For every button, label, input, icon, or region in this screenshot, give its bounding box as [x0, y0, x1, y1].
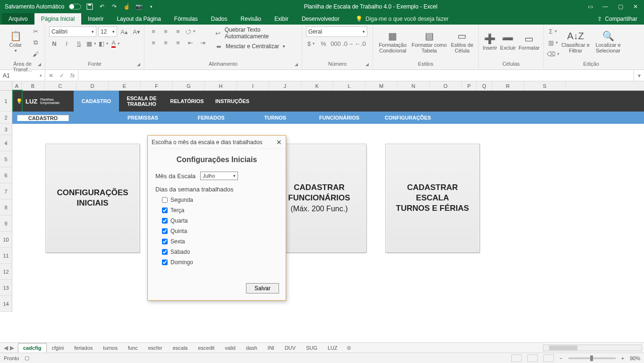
- sheet-tab-func[interactable]: func: [123, 343, 143, 353]
- align-center-icon[interactable]: ≡: [161, 38, 171, 47]
- formula-input[interactable]: [78, 70, 634, 81]
- col-header-K[interactable]: K: [301, 81, 333, 90]
- sort-filter-button[interactable]: A↓ZClassificar e Filtrar: [561, 26, 590, 58]
- nav-cadastro[interactable]: CADASTRO: [74, 91, 119, 112]
- col-header-N[interactable]: N: [398, 81, 430, 90]
- sheet-tab-dash[interactable]: dash: [241, 343, 263, 353]
- day-checkbox-3[interactable]: Quinta: [162, 228, 278, 234]
- day-checkbox-2[interactable]: Quarta: [162, 217, 278, 224]
- btn-config-iniciais[interactable]: CONFIGURAÇÕES INICIAIS: [45, 144, 140, 252]
- tab-formulas[interactable]: Fórmulas: [168, 13, 204, 25]
- tab-data[interactable]: Dados: [204, 13, 234, 25]
- autosum-icon[interactable]: Σ: [548, 26, 558, 36]
- col-header-F[interactable]: F: [141, 81, 173, 90]
- zoom-out-icon[interactable]: −: [559, 355, 562, 361]
- col-header-R[interactable]: R: [492, 81, 524, 90]
- format-cells-button[interactable]: ▭Formatar: [518, 26, 540, 58]
- col-header-P[interactable]: P: [462, 81, 477, 90]
- subnav-funcionarios[interactable]: FUNCIONÁRIOS: [311, 112, 368, 124]
- fx-icon[interactable]: fx: [70, 72, 75, 79]
- col-header-M[interactable]: M: [365, 81, 398, 90]
- sheet-tab-cadcfig[interactable]: cadcfig: [18, 343, 47, 353]
- row-header-9[interactable]: 9: [0, 216, 12, 232]
- cancel-formula-icon[interactable]: ✕: [49, 72, 53, 79]
- subnav-turnos[interactable]: TURNOS: [256, 112, 295, 124]
- subnav-premissas[interactable]: PREMISSAS: [119, 112, 167, 124]
- ribbon-display-icon[interactable]: ▭: [586, 3, 594, 10]
- percent-format-icon[interactable]: %: [318, 39, 329, 48]
- col-header-E[interactable]: E: [109, 81, 141, 90]
- day-checkbox-0[interactable]: Segunda: [162, 197, 278, 203]
- sheet-tab-INI[interactable]: INI: [263, 343, 280, 353]
- insert-cells-button[interactable]: ➕Inserir: [483, 26, 497, 58]
- day-checkbox-4[interactable]: Sexta: [162, 238, 278, 245]
- comma-format-icon[interactable]: 000: [330, 39, 341, 48]
- checkbox-input[interactable]: [162, 228, 168, 234]
- checkbox-input[interactable]: [162, 239, 168, 244]
- dialog-launcher-icon[interactable]: ◢: [365, 62, 369, 67]
- font-name-combo[interactable]: Calibri▾: [49, 26, 96, 37]
- row-header-13[interactable]: 13: [0, 280, 12, 296]
- increase-decimal-icon[interactable]: .0→: [343, 39, 353, 48]
- row-header-11[interactable]: 11: [0, 248, 12, 264]
- row-header-12[interactable]: 12: [0, 264, 12, 280]
- sheet-tab-escedit[interactable]: escedit: [193, 343, 220, 353]
- horizontal-scrollbar[interactable]: [543, 345, 642, 351]
- confirm-formula-icon[interactable]: ✓: [59, 72, 64, 79]
- btn-cadastrar-escala[interactable]: CADASTRAR ESCALA TURNOS E FÉRIAS: [385, 144, 480, 252]
- month-select[interactable]: Julho: [200, 172, 238, 180]
- tab-layout[interactable]: Layout da Página: [110, 13, 167, 25]
- col-header-O[interactable]: O: [430, 81, 462, 90]
- decrease-font-icon[interactable]: A▾: [131, 27, 142, 36]
- share-button[interactable]: ⇪ Compartilhar: [591, 13, 644, 25]
- sheet-tab-turnos[interactable]: turnos: [98, 343, 123, 353]
- nav-instrucoes[interactable]: INSTRUÇÕES: [210, 91, 255, 112]
- save-icon[interactable]: [86, 3, 93, 10]
- dialog-launcher-icon[interactable]: ◢: [295, 62, 298, 67]
- find-select-button[interactable]: 🔍Localizar e Selecionar: [593, 26, 623, 58]
- col-header-L[interactable]: L: [333, 81, 365, 90]
- sheet-tab-cfgini[interactable]: cfgini: [47, 343, 69, 353]
- col-header-H[interactable]: H: [205, 81, 237, 90]
- cell-styles-button[interactable]: ▭Estilos de Célula: [450, 26, 475, 58]
- col-header-S[interactable]: S: [524, 81, 566, 90]
- zoom-slider[interactable]: [568, 357, 616, 359]
- italic-button[interactable]: I: [61, 39, 72, 48]
- dialog-launcher-icon[interactable]: ◢: [137, 62, 140, 67]
- page-layout-view-icon[interactable]: [527, 354, 538, 362]
- decrease-indent-icon[interactable]: ⇤: [185, 38, 195, 47]
- font-size-combo[interactable]: 12▾: [98, 26, 117, 37]
- col-header-I[interactable]: I: [237, 81, 269, 90]
- btn-cadastrar-funcionarios[interactable]: CADASTRAR FUNCIONÁRIOS (Máx. 200 Func.): [272, 144, 366, 252]
- col-header-B[interactable]: B: [22, 81, 44, 90]
- row-header-3[interactable]: 3: [0, 124, 12, 135]
- tab-insert[interactable]: Inserir: [81, 13, 110, 25]
- number-format-combo[interactable]: Geral▾: [306, 26, 367, 37]
- row-header-6[interactable]: 6: [0, 167, 12, 183]
- row-header-2[interactable]: 2: [0, 112, 12, 124]
- col-header-J[interactable]: J: [269, 81, 301, 90]
- zoom-level[interactable]: 90%: [630, 355, 640, 361]
- undo-icon[interactable]: ↶: [98, 3, 106, 10]
- cut-icon[interactable]: ✂: [30, 26, 41, 36]
- camera-icon[interactable]: 📷: [135, 3, 143, 10]
- tab-nav-next-icon[interactable]: ▶: [10, 345, 14, 351]
- redo-icon[interactable]: ↷: [110, 3, 118, 10]
- tell-me-search[interactable]: 💡 Diga-me o que você deseja fazer: [356, 13, 449, 25]
- merge-center-button[interactable]: ⬌Mesclar e Centralizar▾: [213, 42, 298, 51]
- checkbox-input[interactable]: [162, 197, 168, 203]
- col-header-Q[interactable]: Q: [477, 81, 492, 90]
- minimize-icon[interactable]: —: [602, 3, 609, 10]
- page-break-view-icon[interactable]: [543, 354, 554, 362]
- tab-review[interactable]: Revisão: [234, 13, 268, 25]
- expand-formula-bar-icon[interactable]: ▾: [634, 70, 644, 81]
- row-header-8[interactable]: 8: [0, 199, 12, 216]
- tab-file[interactable]: Arquivo: [2, 13, 34, 25]
- normal-view-icon[interactable]: [511, 354, 522, 362]
- tab-developer[interactable]: Desenvolvedor: [295, 13, 346, 25]
- increase-font-icon[interactable]: A▴: [119, 27, 129, 36]
- tab-home[interactable]: Página Inicial: [34, 13, 81, 25]
- col-header-C[interactable]: C: [44, 81, 76, 90]
- nav-relatorios[interactable]: RELATÓRIOS: [164, 91, 210, 112]
- clear-icon[interactable]: ⌫: [548, 49, 558, 59]
